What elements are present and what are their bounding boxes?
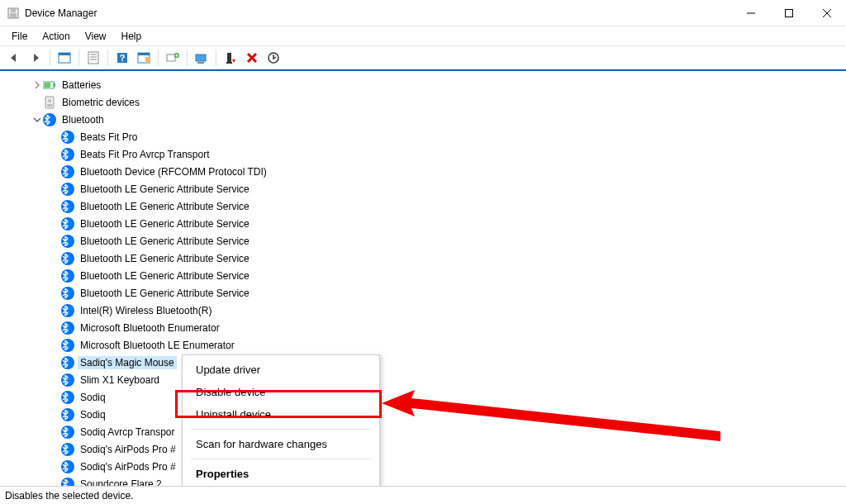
- svg-rect-25: [226, 62, 232, 64]
- tree-category[interactable]: Batteries: [8, 76, 846, 93]
- tree-device-label: Bluetooth LE Generic Attribute Service: [78, 252, 252, 265]
- tree-category[interactable]: Bluetooth: [8, 111, 846, 128]
- bluetooth-icon: [61, 165, 74, 178]
- tree-device-label: Bluetooth Device (RFCOMM Protocol TDI): [78, 165, 269, 178]
- svg-rect-31: [45, 83, 50, 88]
- bluetooth-icon: [61, 235, 74, 248]
- tree-device-label: Bluetooth LE Generic Attribute Service: [78, 217, 252, 231]
- back-button[interactable]: [5, 49, 23, 67]
- maximize-button[interactable]: [770, 0, 808, 26]
- tree-device-label: Microsoft Bluetooth Enumerator: [78, 321, 222, 335]
- svg-rect-9: [88, 52, 98, 64]
- disable-button[interactable]: [221, 49, 240, 67]
- tree-device[interactable]: Beats Fit Pro Avrcp Transport: [8, 145, 846, 163]
- context-menu-item[interactable]: Scan for hardware changes: [183, 433, 379, 455]
- bluetooth-icon: [61, 373, 74, 387]
- tree-device[interactable]: Sodiq's AirPods Pro #: [8, 458, 846, 475]
- tree-device[interactable]: Bluetooth LE Generic Attribute Service: [8, 267, 846, 284]
- window-controls: [732, 0, 846, 26]
- tree-device[interactable]: Bluetooth LE Generic Attribute Service: [8, 284, 846, 302]
- svg-rect-22: [196, 55, 206, 61]
- tree-device-label: Bluetooth LE Generic Attribute Service: [78, 235, 252, 248]
- toolbar: ?: [0, 46, 846, 69]
- battery-icon: [43, 78, 56, 92]
- menu-action[interactable]: Action: [36, 29, 76, 44]
- tree-device-label: Sodiq's AirPods Pro #: [78, 460, 178, 473]
- svg-point-33: [48, 99, 51, 102]
- bluetooth-icon: [61, 443, 74, 456]
- properties-button[interactable]: [84, 49, 102, 67]
- tree-device-label: Soundcore Flare 2: [78, 478, 164, 487]
- scan-button[interactable]: [164, 49, 182, 67]
- titlebar: Device Manager: [0, 0, 846, 26]
- tree-device-label: Sodiq: [78, 408, 108, 421]
- minimize-button[interactable]: [732, 0, 770, 26]
- menubar: File Action View Help: [0, 26, 846, 46]
- tree-device[interactable]: Beats Fit Pro: [8, 128, 846, 145]
- show-hidden-button[interactable]: [55, 49, 74, 67]
- tree-device[interactable]: Sodiq: [8, 406, 846, 423]
- svg-rect-8: [59, 53, 70, 55]
- tree-device-label: Bluetooth LE Generic Attribute Service: [78, 200, 252, 213]
- svg-rect-4: [786, 9, 793, 17]
- chevron-down-icon[interactable]: [31, 116, 43, 124]
- status-bar: Disables the selected device.: [0, 486, 846, 504]
- context-menu-item[interactable]: Disable device: [183, 381, 379, 403]
- bluetooth-icon: [61, 339, 74, 352]
- tree-device-label: Sodiq's AirPods Pro #: [78, 443, 178, 456]
- tree-device[interactable]: Bluetooth LE Generic Attribute Service: [8, 180, 846, 197]
- device-tree[interactable]: BatteriesBiometric devicesBluetoothBeats…: [0, 71, 846, 486]
- content-area: BatteriesBiometric devicesBluetoothBeats…: [0, 69, 846, 486]
- bluetooth-icon: [61, 252, 74, 265]
- tree-device[interactable]: Microsoft Bluetooth Enumerator: [8, 319, 846, 336]
- tree-device[interactable]: Sadiq's Magic Mouse: [8, 354, 846, 371]
- menu-file[interactable]: File: [5, 29, 34, 44]
- close-button[interactable]: [808, 0, 846, 26]
- context-menu-item[interactable]: Uninstall device: [183, 403, 379, 426]
- tree-device[interactable]: Soundcore Flare 2: [8, 475, 846, 486]
- context-menu-item[interactable]: Update driver: [183, 359, 379, 381]
- tree-device[interactable]: Sodiq Avrcp Transpor: [8, 423, 846, 440]
- tree-device[interactable]: Bluetooth LE Generic Attribute Service: [8, 197, 846, 215]
- svg-text:?: ?: [120, 53, 126, 63]
- tree-category[interactable]: Biometric devices: [8, 93, 846, 111]
- bluetooth-icon: [43, 113, 56, 126]
- tree-device[interactable]: Bluetooth Device (RFCOMM Protocol TDI): [8, 163, 846, 180]
- status-text: Disables the selected device.: [5, 490, 133, 502]
- update-driver-button[interactable]: [192, 49, 211, 67]
- tree-device[interactable]: Sodiq's AirPods Pro #: [8, 440, 846, 458]
- svg-rect-18: [167, 55, 175, 61]
- tree-device[interactable]: Bluetooth LE Generic Attribute Service: [8, 250, 846, 267]
- tree-device[interactable]: Bluetooth LE Generic Attribute Service: [8, 215, 846, 232]
- bluetooth-icon: [61, 148, 74, 161]
- svg-rect-16: [138, 53, 150, 55]
- tree-device[interactable]: Slim X1 Keyboard: [8, 371, 846, 388]
- tree-device[interactable]: Sodiq: [8, 388, 846, 406]
- context-menu: Update driverDisable deviceUninstall dev…: [182, 354, 380, 486]
- tree-device-label: Slim X1 Keyboard: [78, 373, 162, 387]
- uninstall-button[interactable]: [243, 49, 261, 67]
- action-button[interactable]: [135, 49, 153, 67]
- context-menu-item[interactable]: Properties: [183, 463, 379, 485]
- svg-rect-17: [145, 57, 150, 63]
- biometric-icon: [43, 96, 56, 109]
- bluetooth-icon: [61, 408, 74, 421]
- tree-device[interactable]: Intel(R) Wireless Bluetooth(R): [8, 302, 846, 319]
- help-button[interactable]: ?: [113, 49, 131, 67]
- tree-device[interactable]: Microsoft Bluetooth LE Enumerator: [8, 336, 846, 354]
- svg-rect-24: [227, 53, 231, 62]
- context-menu-separator: [191, 459, 371, 459]
- chevron-right-icon[interactable]: [31, 81, 43, 89]
- tree-device-label: Bluetooth LE Generic Attribute Service: [78, 183, 252, 196]
- tree-device-label: Intel(R) Wireless Bluetooth(R): [78, 304, 214, 317]
- tree-device[interactable]: Bluetooth LE Generic Attribute Service: [8, 232, 846, 250]
- tree-category-label: Biometric devices: [59, 96, 142, 109]
- menu-view[interactable]: View: [78, 29, 113, 44]
- menu-help[interactable]: Help: [115, 29, 149, 44]
- bluetooth-icon: [61, 183, 74, 196]
- bluetooth-icon: [61, 426, 74, 439]
- enable-button[interactable]: [264, 49, 283, 67]
- bluetooth-icon: [61, 131, 74, 144]
- forward-button[interactable]: [26, 49, 45, 67]
- tree-device-label: Sodiq: [78, 391, 108, 404]
